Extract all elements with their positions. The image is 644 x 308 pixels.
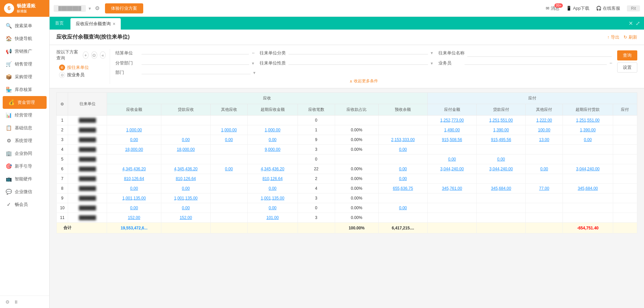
row-ar-amt[interactable]: 152.00 [107, 213, 161, 223]
row-ar-loan[interactable]: 810,126.64 [161, 174, 210, 184]
row-ap-other[interactable]: 0.00 [526, 164, 563, 174]
row-ar-amt[interactable]: 1,000.00 [107, 125, 161, 135]
row-ar-overdue[interactable]: 0.00 [248, 203, 298, 213]
unit-category-arrow[interactable]: ▾ [431, 50, 433, 55]
row-prepay[interactable]: 2,153,333.00 [378, 135, 427, 145]
sidebar-item-inventory[interactable]: 🏪 库存核算 [0, 83, 49, 96]
app-download-button[interactable]: 📱 App下载 [566, 5, 589, 11]
sidebar-item-hardware[interactable]: 📺 智能硬件 [0, 173, 49, 185]
row-ar-other[interactable]: 1,000.00 [210, 125, 248, 135]
settings-button[interactable]: 设置 [617, 62, 637, 73]
message-button[interactable]: ✉ 消息 99+ [546, 5, 559, 11]
sidebar-item-capital[interactable]: 💰 资金管理 [3, 96, 47, 109]
row-ar-amt[interactable]: 0.00 [107, 135, 161, 145]
row-ap-overdue[interactable]: 1,251,551.00 [563, 116, 613, 125]
tab-home[interactable]: 首页 [50, 17, 69, 30]
settlement-dots[interactable]: ··· [252, 50, 254, 56]
row-ap-amt[interactable]: 0.00 [427, 155, 476, 164]
filter-collapse-button[interactable]: « [100, 51, 106, 59]
row-ar-amt[interactable]: 18,000.00 [107, 145, 161, 155]
sidebar-item-marketing[interactable]: 📢 营销推广 [0, 45, 49, 58]
tab-close-icon[interactable]: × [113, 21, 115, 27]
row-ap-amt[interactable]: 1,252,773.00 [427, 116, 476, 125]
row-ar-loan[interactable]: 0.00 [161, 135, 210, 145]
sidebar-item-wechat[interactable]: 💬 企业微信 [0, 185, 49, 198]
row-ap-amt[interactable]: 915,508.56 [427, 135, 476, 145]
user-display[interactable]: Rit [627, 5, 640, 11]
subdept-arrow[interactable]: ▾ [253, 70, 256, 75]
row-ar-overdue[interactable]: 1,000.00 [248, 125, 298, 135]
row-ap-loan[interactable]: 3,044,240.00 [477, 164, 526, 174]
salesman-dots[interactable]: ··· [609, 60, 612, 66]
sidebar-item-purchase[interactable]: 📦 采购管理 [0, 71, 49, 83]
row-prepay[interactable]: 0.00 [378, 203, 427, 213]
row-ar-overdue[interactable]: 1,001,135.00 [248, 193, 298, 203]
row-ar-loan[interactable]: 0.00 [161, 203, 210, 213]
row-ap-loan[interactable]: 915,495.56 [477, 135, 526, 145]
refresh-button[interactable]: ↻ 刷新 [624, 34, 637, 40]
row-ap-amt[interactable]: 3,044,240.00 [427, 164, 476, 174]
row-ar-loan[interactable]: 18,000.00 [161, 145, 210, 155]
filter-settings-button[interactable]: ⊙ [91, 51, 97, 59]
row-ar-loan[interactable]: 1,001,135.00 [161, 193, 210, 203]
unit-nature-arrow[interactable]: ▾ [431, 61, 433, 66]
row-ar-other[interactable]: 0.00 [210, 164, 248, 174]
sidebar-item-operation[interactable]: 📊 经营管理 [0, 109, 49, 122]
row-ap-other[interactable]: 100.00 [526, 125, 563, 135]
export-button[interactable]: ↑ 导出 [607, 34, 620, 40]
sidebar-item-enterprise[interactable]: 🏢 企业协同 [0, 147, 49, 160]
row-prepay[interactable]: 655,636.75 [378, 184, 427, 193]
filter-mode-by-salesman[interactable]: ⊙ 按业务员 [59, 72, 106, 78]
row-ap-loan[interactable]: 1,390.00 [477, 125, 526, 135]
row-ar-overdue[interactable]: 9,000.00 [248, 145, 298, 155]
filter-collapse-toggle[interactable]: ∧ 收起更多条件 [115, 78, 612, 84]
row-ar-overdue[interactable]: 0.00 [248, 135, 298, 145]
row-ap-loan[interactable]: 0.00 [477, 155, 526, 164]
row-prepay[interactable]: 0.00 [378, 164, 427, 174]
topbar-settings-icon[interactable]: ⚙ [95, 5, 100, 11]
solution-button[interactable]: 体验行业方案 [105, 3, 143, 13]
row-ap-other[interactable]: 13.00 [526, 135, 563, 145]
row-ar-amt[interactable]: 0.00 [107, 203, 161, 213]
total-ar-amt[interactable]: 19,553,472,6... [107, 223, 161, 233]
row-ap-other[interactable]: 77.00 [526, 184, 563, 193]
sidebar-item-sales[interactable]: 🛒 销售管理 [0, 58, 49, 71]
filter-mode-by-unit[interactable]: ⑥ 按往来单位 [59, 64, 106, 71]
row-ar-overdue[interactable]: 4,345,436.20 [248, 164, 298, 174]
sidebar-item-system[interactable]: ⚙ 系统管理 [0, 134, 49, 147]
th-settings[interactable]: ⚙ [57, 93, 68, 116]
sidebar-collapse-icon[interactable]: ⏸ [14, 299, 18, 305]
row-ar-overdue[interactable]: 0.00 [248, 184, 298, 193]
sidebar-item-guide[interactable]: 🎯 新手引导 [0, 160, 49, 173]
sidebar-item-quicknav[interactable]: 🏠 快捷导航 [0, 32, 49, 45]
unit-name-input[interactable] [467, 49, 612, 57]
row-ar-amt[interactable]: 4,345,436.20 [107, 164, 161, 174]
sidebar-item-basic[interactable]: 📋 基础信息 [0, 122, 49, 134]
row-ap-amt[interactable]: 1,490.00 [427, 125, 476, 135]
sidebar-settings-icon[interactable]: ⚙ [5, 299, 10, 305]
row-ar-amt[interactable]: 0.00 [107, 184, 161, 193]
window-maximize-icon[interactable]: ⤢ [636, 20, 640, 27]
row-prepay[interactable]: 0.00 [378, 174, 427, 184]
row-ar-other[interactable]: 0.00 [210, 135, 248, 145]
sidebar-item-search[interactable]: 🔍 搜索菜单 [0, 19, 49, 32]
row-ar-loan[interactable]: 152.00 [161, 213, 210, 223]
row-ap-amt[interactable]: 345,761.00 [427, 184, 476, 193]
row-ap-other[interactable]: 1,222.00 [526, 116, 563, 125]
online-service-button[interactable]: 🎧 在线客服 [596, 5, 620, 11]
row-ar-overdue[interactable]: 101.00 [248, 213, 298, 223]
row-ap-loan[interactable]: 345,684.00 [477, 184, 526, 193]
row-ar-loan[interactable]: 0.00 [161, 184, 210, 193]
row-ar-amt[interactable]: 810,126.64 [107, 174, 161, 184]
row-ap-loan[interactable]: 1,251,551.00 [477, 116, 526, 125]
row-ap-overdue[interactable]: 345,684.00 [563, 184, 613, 193]
row-ar-loan[interactable]: 4,345,436.20 [161, 164, 210, 174]
row-ar-amt[interactable]: 1,001,135.00 [107, 193, 161, 203]
row-ap-overdue[interactable]: 3,044,240.00 [563, 164, 613, 174]
company-dropdown-icon[interactable]: ▾ [89, 6, 91, 11]
row-prepay[interactable]: 0.00 [378, 145, 427, 155]
row-ar-overdue[interactable]: 810,126.64 [248, 174, 298, 184]
row-ap-overdue[interactable]: 0.00 [563, 135, 613, 145]
row-ap-overdue[interactable]: 1,390.00 [563, 125, 613, 135]
sidebar-item-member[interactable]: ✓ 畅会员 [0, 198, 49, 211]
